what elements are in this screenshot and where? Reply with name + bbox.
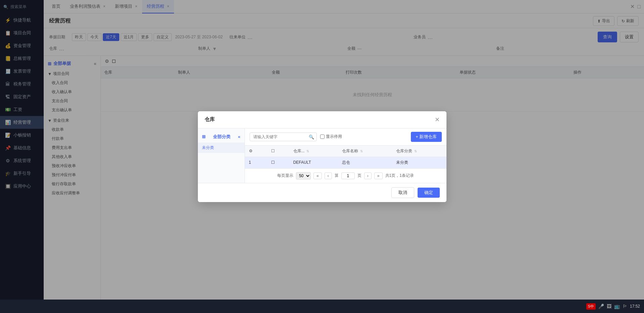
modal-col-checkbox: ☐	[267, 146, 289, 157]
modal-col-code: 仓库... ⇅	[289, 146, 338, 157]
modal-col-name-label: 仓库名称	[342, 149, 358, 153]
show-disabled-label[interactable]: 显示停用	[320, 134, 342, 140]
modal-sidebar-uncategorized-label: 未分类	[202, 145, 214, 150]
modal-page-input[interactable]	[341, 172, 355, 179]
taskbar-icon-5[interactable]: 🏳	[622, 304, 627, 309]
show-disabled-text: 显示停用	[326, 134, 342, 140]
modal-row-name: 总仓	[338, 157, 392, 168]
modal-title: 仓库	[205, 116, 215, 123]
modal-table-row[interactable]: 1 ☐ DEFAULT 总仓 未分类	[245, 157, 446, 168]
modal-sidebar-all-label: 全部分类	[213, 134, 230, 140]
modal-sidebar: ⊞ 全部分类 « 未分类	[198, 128, 245, 183]
modal-total: 共1页，1条记录	[385, 173, 414, 179]
modal-col-name-sort: ⇅	[360, 149, 363, 153]
modal-page-unit: 页	[357, 173, 361, 179]
taskbar-icon-3[interactable]: 🖼	[607, 304, 611, 309]
modal-close-button[interactable]: ✕	[435, 116, 440, 123]
modal-col-code-label: 仓库...	[293, 149, 305, 153]
modal-per-page-select[interactable]: 50	[296, 172, 311, 180]
modal-col-settings: ⚙	[245, 146, 267, 157]
show-disabled-checkbox[interactable]	[320, 134, 325, 139]
modal-table: ⚙ ☐ 仓库... ⇅ 仓库名称 ⇅	[245, 146, 446, 168]
modal-row-category: 未分类	[392, 157, 446, 168]
modal-per-page-label: 每页显示	[277, 173, 293, 179]
modal-pagination: 每页显示 50 « ‹ 算 页 › » 共1页，1条记录	[245, 168, 446, 183]
modal-search-input[interactable]	[250, 132, 317, 141]
confirm-button[interactable]: 确定	[418, 188, 440, 198]
taskbar-time: 17:52	[630, 304, 640, 309]
modal-sidebar-grid-icon: ⊞	[202, 134, 206, 139]
modal-footer: 取消 确定	[198, 183, 446, 202]
modal-row-settings: 1	[245, 157, 267, 168]
modal-col-code-sort: ⇅	[306, 149, 309, 153]
modal-prev-page[interactable]: ‹	[325, 172, 332, 179]
modal-header: 仓库 ✕	[198, 111, 446, 128]
modal-search-wrap: 🔍	[250, 132, 317, 141]
modal-next-page[interactable]: ›	[364, 172, 372, 179]
taskbar-icons: S中 🎤 🖼 📺 🏳	[586, 303, 627, 310]
modal-table-head: ⚙ ☐ 仓库... ⇅ 仓库名称 ⇅	[245, 146, 446, 157]
add-warehouse-button[interactable]: + 新增仓库	[411, 132, 441, 142]
modal-sidebar-all[interactable]: ⊞ 全部分类 «	[198, 131, 245, 143]
modal-table-wrap: ⚙ ☐ 仓库... ⇅ 仓库名称 ⇅	[245, 146, 446, 168]
warehouse-modal: 仓库 ✕ ⊞ 全部分类 « 未分类	[198, 111, 446, 202]
modal-table-body: 1 ☐ DEFAULT 总仓 未分类	[245, 157, 446, 168]
modal-col-category-sort: ⇅	[414, 149, 417, 153]
modal-page-label: 算	[335, 173, 339, 179]
modal-body: ⊞ 全部分类 « 未分类 🔍 显示停用	[198, 128, 446, 183]
modal-sidebar-uncategorized[interactable]: 未分类	[198, 143, 245, 153]
taskbar-icon-1[interactable]: S中	[586, 303, 596, 310]
modal-row-code: DEFAULT	[289, 157, 338, 168]
modal-sidebar-collapse-icon[interactable]: «	[238, 134, 240, 139]
modal-first-page[interactable]: «	[313, 172, 322, 179]
taskbar-icon-2[interactable]: 🎤	[598, 304, 604, 309]
modal-overlay[interactable]: 仓库 ✕ ⊞ 全部分类 « 未分类	[0, 0, 644, 313]
modal-main: 🔍 显示停用 + 新增仓库 ⚙ ☐	[245, 128, 446, 183]
modal-col-category: 仓库分类 ⇅	[392, 146, 446, 157]
modal-row-checkbox[interactable]: ☐	[267, 157, 289, 168]
modal-col-name: 仓库名称 ⇅	[338, 146, 392, 157]
modal-toolbar: 🔍 显示停用 + 新增仓库	[245, 128, 446, 146]
cancel-button[interactable]: 取消	[391, 187, 414, 198]
taskbar-icon-4[interactable]: 📺	[614, 304, 620, 309]
modal-col-category-label: 仓库分类	[396, 149, 412, 153]
taskbar: S中 🎤 🖼 📺 🏳 17:52	[0, 300, 644, 313]
modal-last-page[interactable]: »	[374, 172, 383, 179]
